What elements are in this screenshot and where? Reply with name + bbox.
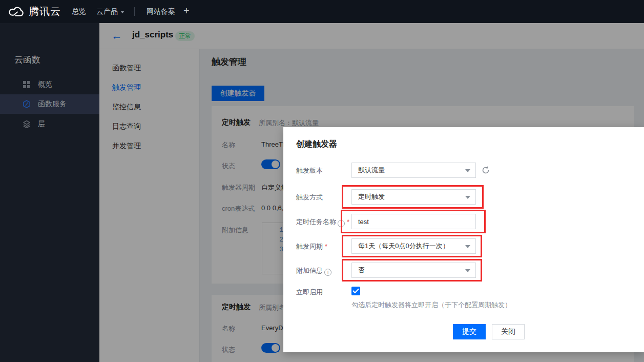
cycle-value: 每1天（每天0点0分执行一次） [358,242,449,250]
trigger-type-value: 定时触发 [358,193,385,200]
top-navbar: 腾讯云 总览 云产品 网站备案 + [0,0,644,23]
trigger-type-label: 触发方式 [296,193,323,202]
brand-name: 腾讯云 [29,5,61,18]
extra-info-value: 否 [358,266,365,274]
tencent-cloud-logo[interactable]: 腾讯云 [7,0,61,23]
cloud-logo-icon [7,6,25,18]
close-button[interactable]: 关闭 [492,324,525,339]
nav-divider [134,7,135,16]
refresh-icon[interactable] [481,166,490,175]
chevron-down-icon [465,269,470,272]
trigger-type-select[interactable]: 定时触发 [351,189,476,205]
extra-info-label: 附加信息i [296,266,331,276]
info-icon[interactable]: i [324,269,331,276]
enable-label: 立即启用 [296,288,323,297]
cycle-label: 触发周期* [296,242,327,251]
nav-overview[interactable]: 总览 [72,0,86,23]
required-asterisk: * [347,218,349,226]
task-name-label: 定时任务名称i* [296,217,349,227]
chevron-down-icon [465,169,470,172]
version-value: 默认流量 [358,166,385,174]
page: 腾讯云 总览 云产品 网站备案 + 云函数 概览 函数服务 [0,0,644,362]
create-trigger-dialog: 创建触发器 触发版本 默认流量 触发方式 定时触发 定时任务名称i* 触发周期*… [283,127,644,352]
nav-cloud-products[interactable]: 云产品 [96,0,124,23]
required-asterisk: * [325,243,327,250]
chevron-down-icon [465,196,470,199]
version-label: 触发版本 [296,166,323,175]
task-name-input[interactable] [351,214,476,229]
info-icon[interactable]: i [338,220,345,227]
nav-beian[interactable]: 网站备案 [147,0,175,23]
check-icon [351,287,360,295]
chevron-down-icon [120,11,124,13]
extra-info-select[interactable]: 否 [351,263,476,278]
nav-add-tab-button[interactable]: + [183,0,190,23]
enable-hint: 勾选后定时触发器将立即开启（于下个配置周期触发） [351,300,511,310]
cycle-select[interactable]: 每1天（每天0点0分执行一次） [351,238,476,254]
submit-button[interactable]: 提交 [453,324,486,339]
dialog-title: 创建触发器 [296,139,337,150]
chevron-down-icon [465,245,470,248]
enable-checkbox-checked[interactable] [351,287,360,295]
version-select[interactable]: 默认流量 [351,163,476,178]
